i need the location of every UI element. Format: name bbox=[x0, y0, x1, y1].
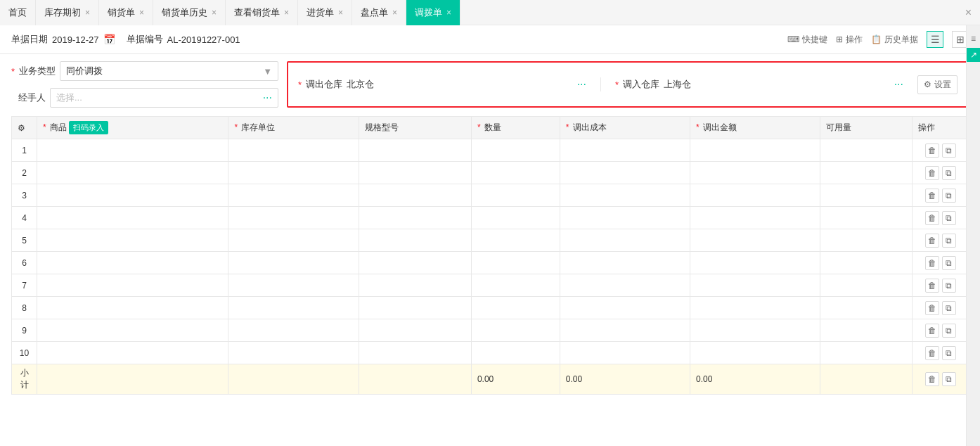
cell-qty[interactable] bbox=[471, 139, 560, 162]
cell-unit[interactable] bbox=[228, 319, 359, 342]
shortcut-btn[interactable]: ⌨ 快捷键 bbox=[787, 34, 827, 46]
cell-spec[interactable] bbox=[359, 184, 471, 207]
list-view-btn[interactable]: ☰ bbox=[927, 31, 943, 48]
cell-spec[interactable] bbox=[359, 364, 471, 395]
delete-row-icon[interactable]: 🗑 bbox=[925, 166, 939, 180]
sidebar-list-icon[interactable]: ≡ bbox=[967, 32, 980, 45]
tab-purchase-order[interactable]: 进货单 × bbox=[298, 0, 352, 25]
tab-inventory-init[interactable]: 库存期初 × bbox=[36, 0, 99, 25]
cell-amount[interactable] bbox=[690, 184, 820, 207]
cell-amount[interactable] bbox=[690, 274, 820, 297]
cell-goods[interactable] bbox=[37, 342, 228, 364]
cell-unit[interactable] bbox=[228, 252, 359, 274]
cell-available[interactable] bbox=[820, 319, 913, 342]
cell-available[interactable] bbox=[820, 342, 913, 364]
cell-goods[interactable] bbox=[37, 229, 228, 252]
tab-inventory-count-close[interactable]: × bbox=[392, 8, 397, 17]
tab-transfer-order-close[interactable]: × bbox=[446, 8, 451, 17]
delete-row-icon[interactable]: 🗑 bbox=[925, 256, 939, 270]
cell-goods[interactable] bbox=[37, 364, 228, 395]
handler-input[interactable]: 选择... ··· bbox=[50, 88, 278, 108]
cell-unit[interactable] bbox=[228, 184, 359, 207]
cell-amount[interactable] bbox=[690, 342, 820, 364]
cell-spec[interactable] bbox=[359, 162, 471, 184]
cell-cost[interactable] bbox=[560, 207, 690, 229]
cell-unit[interactable] bbox=[228, 207, 359, 229]
cell-qty[interactable] bbox=[471, 184, 560, 207]
cell-qty[interactable] bbox=[471, 274, 560, 297]
cell-goods[interactable] bbox=[37, 207, 228, 229]
close-all-tabs[interactable]: × bbox=[957, 6, 980, 19]
cell-goods[interactable] bbox=[37, 252, 228, 274]
cell-qty[interactable] bbox=[471, 207, 560, 229]
cell-available[interactable] bbox=[820, 364, 913, 395]
cell-amount[interactable] bbox=[690, 207, 820, 229]
cell-amount[interactable] bbox=[690, 297, 820, 319]
copy-row-icon[interactable]: ⧉ bbox=[942, 144, 956, 158]
cell-spec[interactable] bbox=[359, 139, 471, 162]
operation-btn[interactable]: ⊞ 操作 bbox=[836, 34, 863, 46]
cell-available[interactable] bbox=[820, 184, 913, 207]
tab-sales-history-close[interactable]: × bbox=[212, 8, 217, 17]
cell-spec[interactable] bbox=[359, 319, 471, 342]
delete-row-icon[interactable]: 🗑 bbox=[925, 144, 939, 158]
scan-entry-button[interactable]: 扫码录入 bbox=[69, 121, 108, 134]
cell-goods[interactable] bbox=[37, 184, 228, 207]
copy-row-icon[interactable]: ⧉ bbox=[942, 301, 956, 315]
cell-spec[interactable] bbox=[359, 252, 471, 274]
copy-row-icon[interactable]: ⧉ bbox=[942, 346, 956, 360]
business-type-select[interactable]: 同价调拨 ▼ bbox=[60, 61, 278, 81]
tab-sales-order-close[interactable]: × bbox=[139, 8, 144, 17]
cell-qty[interactable] bbox=[471, 319, 560, 342]
copy-row-icon[interactable]: ⧉ bbox=[942, 256, 956, 270]
cell-available[interactable] bbox=[820, 207, 913, 229]
cell-qty[interactable] bbox=[471, 252, 560, 274]
settings-button[interactable]: ⚙ 设置 bbox=[917, 75, 958, 94]
cell-cost[interactable] bbox=[560, 139, 690, 162]
cell-available[interactable] bbox=[820, 139, 913, 162]
cell-cost[interactable]: 0.00 bbox=[560, 364, 690, 395]
cell-goods[interactable] bbox=[37, 297, 228, 319]
delete-row-icon[interactable]: 🗑 bbox=[925, 211, 939, 225]
tab-sales-order[interactable]: 销货单 × bbox=[99, 0, 153, 25]
tab-inventory-init-close[interactable]: × bbox=[85, 8, 90, 17]
delete-row-icon[interactable]: 🗑 bbox=[925, 372, 939, 386]
cell-unit[interactable] bbox=[228, 139, 359, 162]
delete-row-icon[interactable]: 🗑 bbox=[925, 234, 939, 248]
sidebar-export-icon[interactable]: ↗ bbox=[967, 48, 981, 62]
cell-qty[interactable] bbox=[471, 297, 560, 319]
delete-row-icon[interactable]: 🗑 bbox=[925, 346, 939, 360]
cell-spec[interactable] bbox=[359, 342, 471, 364]
calendar-icon[interactable]: 📅 bbox=[103, 34, 115, 45]
delete-row-icon[interactable]: 🗑 bbox=[925, 301, 939, 315]
cell-cost[interactable] bbox=[560, 342, 690, 364]
tab-inventory-count[interactable]: 盘点单 × bbox=[352, 0, 406, 25]
copy-row-icon[interactable]: ⧉ bbox=[942, 211, 956, 225]
delete-row-icon[interactable]: 🗑 bbox=[925, 279, 939, 293]
copy-row-icon[interactable]: ⧉ bbox=[942, 189, 956, 203]
copy-row-icon[interactable]: ⧉ bbox=[942, 279, 956, 293]
cell-amount[interactable] bbox=[690, 162, 820, 184]
cell-cost[interactable] bbox=[560, 184, 690, 207]
cell-unit[interactable] bbox=[228, 229, 359, 252]
cell-qty[interactable] bbox=[471, 229, 560, 252]
tab-view-sales-close[interactable]: × bbox=[284, 8, 289, 17]
tab-home[interactable]: 首页 bbox=[0, 0, 36, 25]
tab-purchase-order-close[interactable]: × bbox=[338, 8, 343, 17]
warehouse-out-more-icon[interactable]: ··· bbox=[577, 78, 586, 91]
cell-cost[interactable] bbox=[560, 229, 690, 252]
cell-cost[interactable] bbox=[560, 319, 690, 342]
cell-cost[interactable] bbox=[560, 297, 690, 319]
cell-cost[interactable] bbox=[560, 274, 690, 297]
cell-goods[interactable] bbox=[37, 274, 228, 297]
cell-qty[interactable]: 0.00 bbox=[471, 364, 560, 395]
tab-sales-history[interactable]: 销货单历史 × bbox=[153, 0, 226, 25]
copy-row-icon[interactable]: ⧉ bbox=[942, 166, 956, 180]
cell-amount[interactable] bbox=[690, 229, 820, 252]
cell-goods[interactable] bbox=[37, 319, 228, 342]
cell-goods[interactable] bbox=[37, 162, 228, 184]
tab-view-sales[interactable]: 查看销货单 × bbox=[226, 0, 298, 25]
history-btn[interactable]: 📋 历史单据 bbox=[871, 34, 918, 46]
cell-spec[interactable] bbox=[359, 207, 471, 229]
cell-available[interactable] bbox=[820, 162, 913, 184]
